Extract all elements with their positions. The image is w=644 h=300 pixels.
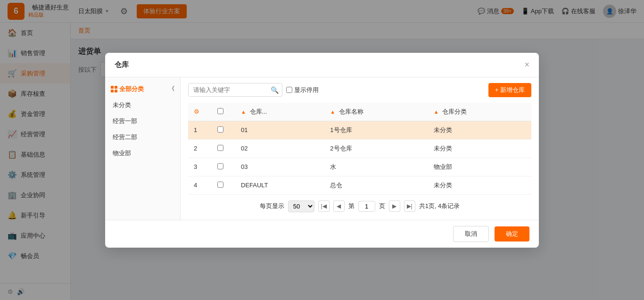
row-category: 物业部 [428,158,531,176]
modal-overlay: 仓库 × 全部分类 《 未分类 经营一部 经营二部 物业部 [0,0,644,300]
row-check[interactable] [217,126,223,133]
row-checkbox[interactable] [212,176,235,194]
show-disabled-label: 显示停用 [294,86,319,94]
th-code-label: 仓库... [250,108,267,115]
gear-icon: ⚙ [194,108,199,115]
row-code: 03 [235,158,324,176]
row-code: DEFAULT [235,176,324,194]
select-all-checkbox[interactable] [217,108,223,114]
row-code: 01 [235,121,324,139]
row-num: 4 [188,176,212,194]
th-name-label: 仓库名称 [339,108,363,115]
total-info: 共1页, 4条记录 [419,202,460,210]
row-category: 未分类 [428,176,531,194]
pagination: 每页显示 50 20 100 |◀ ◀ 第 页 ▶ ▶| 共1页, 4条记录 [188,195,531,214]
row-name: 1号仓库 [324,121,428,139]
row-check[interactable] [217,163,223,169]
sort-icon: ▲ [434,109,439,115]
all-category-label: 全部分类 [119,85,144,93]
show-disabled-checkbox[interactable]: 显示停用 [286,86,319,94]
th-settings: ⚙ [188,103,212,121]
collapse-icon[interactable]: 《 [169,85,174,93]
row-checkbox[interactable] [212,139,235,158]
per-page-select[interactable]: 50 20 100 [288,200,314,212]
row-name: 总仓 [324,176,428,194]
grid-icon [111,86,117,92]
next-page-btn[interactable]: ▶ [389,200,400,212]
show-disabled-check[interactable] [286,87,292,93]
row-check[interactable] [217,182,223,188]
row-num: 2 [188,139,212,158]
table-row[interactable]: 1 01 1号仓库 未分类 [188,121,531,139]
per-page-label: 每页显示 [260,202,284,210]
th-name[interactable]: ▲ 仓库名称 [324,103,428,121]
first-page-btn[interactable]: |◀ [318,200,330,212]
all-category-btn[interactable]: 全部分类 《 [105,81,180,97]
page-input[interactable] [358,201,375,212]
row-check[interactable] [217,145,223,151]
row-checkbox[interactable] [212,121,235,139]
category-item-0[interactable]: 未分类 [105,97,180,113]
last-page-btn[interactable]: ▶| [404,200,415,212]
prev-page-btn[interactable]: ◀ [333,200,345,212]
search-input[interactable] [188,83,282,97]
table-row[interactable]: 2 02 2号仓库 未分类 [188,139,531,158]
row-checkbox[interactable] [212,158,235,176]
table-header: ⚙ ▲ 仓库... ▲ 仓库名称 [188,103,531,121]
modal-toolbar: 🔍 显示停用 + 新增仓库 [188,83,531,97]
category-item-2[interactable]: 经营二部 [105,129,180,145]
category-item-3[interactable]: 物业部 [105,145,180,161]
th-checkbox [212,103,235,121]
modal-category-sidebar: 全部分类 《 未分类 经营一部 经营二部 物业部 [105,77,181,220]
th-category[interactable]: ▲ 仓库分类 [428,103,531,121]
confirm-btn[interactable]: 确定 [495,226,529,242]
category-item-1[interactable]: 经营一部 [105,113,180,129]
sort-icon: ▲ [330,109,335,115]
row-name: 水 [324,158,428,176]
cancel-btn[interactable]: 取消 [453,226,489,242]
modal-title: 仓库 [115,60,129,69]
modal-body: 全部分类 《 未分类 经营一部 经营二部 物业部 🔍 [105,77,539,220]
modal-header: 仓库 × [105,53,539,77]
row-code: 02 [235,139,324,158]
modal-close-btn[interactable]: × [524,60,529,69]
table-row[interactable]: 3 03 水 物业部 [188,158,531,176]
th-category-label: 仓库分类 [442,108,467,115]
page-unit: 页 [379,202,385,210]
search-icon[interactable]: 🔍 [271,86,279,94]
new-warehouse-btn[interactable]: + 新增仓库 [488,83,531,97]
th-code[interactable]: ▲ 仓库... [235,103,324,121]
modal-main: 🔍 显示停用 + 新增仓库 ⚙ [181,77,539,220]
warehouse-modal: 仓库 × 全部分类 《 未分类 经营一部 经营二部 物业部 [105,53,539,248]
row-num: 1 [188,121,212,139]
table-row[interactable]: 4 DEFAULT 总仓 未分类 [188,176,531,194]
warehouse-table: ⚙ ▲ 仓库... ▲ 仓库名称 [188,103,531,195]
row-category: 未分类 [428,139,531,158]
table-body: 1 01 1号仓库 未分类 2 02 2号仓库 未分类 [188,121,531,194]
row-name: 2号仓库 [324,139,428,158]
modal-footer: 取消 确定 [105,220,539,248]
page-label: 第 [348,202,355,210]
row-category: 未分类 [428,121,531,139]
sort-icon: ▲ [241,109,246,115]
search-wrap: 🔍 [188,83,282,97]
row-num: 3 [188,158,212,176]
